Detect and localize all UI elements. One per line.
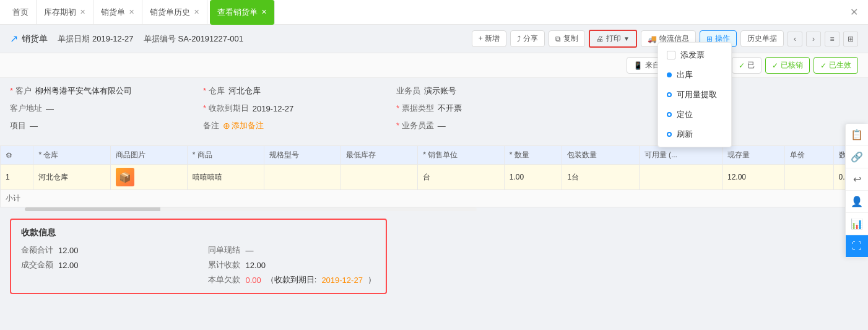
- total-value: 12.00: [58, 246, 79, 255]
- col-settings[interactable]: ⚙: [1, 146, 33, 165]
- col-unit-price: 单价: [785, 146, 833, 165]
- cell-index: 1: [1, 165, 33, 190]
- view-list[interactable]: ≡: [825, 32, 840, 46]
- dot-empty-2-icon: [667, 112, 672, 117]
- tab-sales-order[interactable]: 销货单 ✕: [93, 0, 142, 25]
- view-grid[interactable]: ⊞: [843, 32, 858, 46]
- cell-quantity: 1.00: [504, 165, 562, 190]
- prev-record[interactable]: ‹: [788, 32, 802, 46]
- col-product: * 商品: [187, 146, 264, 165]
- new-button[interactable]: + 新增: [472, 30, 506, 47]
- project-field: 项目 —: [10, 120, 183, 131]
- close-button[interactable]: ✕: [845, 6, 863, 18]
- col-product-img: 商品图片: [110, 146, 187, 165]
- side-icon-chart[interactable]: 📊: [846, 213, 868, 235]
- payment-arrears: [21, 274, 188, 285]
- subtotal-row: 小计: [1, 190, 868, 207]
- dot-empty-3-icon: [667, 132, 672, 137]
- cell-spec: [264, 165, 341, 190]
- verified-icon: ✓: [772, 61, 778, 70]
- cell-product-img: 📦: [110, 165, 187, 190]
- col-stock: 现存量: [723, 146, 785, 165]
- operation-dropdown: 添发票 出库 可用量提取 定位 刷新: [658, 42, 732, 147]
- doc-header: ↗ 销货单 单据日期 2019-12-27 单据编号 SA-20191227-0…: [0, 25, 868, 53]
- tab-home[interactable]: 首页: [5, 0, 37, 25]
- salesperson-value: 演示账号: [424, 85, 456, 97]
- payment-arrears-detail: 本单欠款 0.00 （收款到期日: 2019-12-27 ）: [208, 274, 375, 285]
- tab-close-view[interactable]: ✕: [261, 8, 267, 16]
- project-value: —: [30, 121, 38, 131]
- tab-bar: 首页 库存期初 ✕ 销货单 ✕ 销货单历史 ✕ 查看销货单 ✕ ✕: [0, 0, 868, 25]
- side-icon-back[interactable]: ↩: [846, 168, 868, 191]
- arrears-value: 0.00: [245, 276, 261, 285]
- tab-sales-history[interactable]: 销货单历史 ✕: [142, 0, 207, 25]
- warehouse-value: 河北仓库: [228, 85, 261, 97]
- form-section: * * 客户客户 柳州粤港平安气体有限公司 * 仓库 河北仓库 业务员 演示账号…: [0, 78, 868, 145]
- dropdown-outbound[interactable]: 出库: [658, 65, 731, 85]
- payment-date-value: 2019-12-27: [253, 104, 294, 113]
- logistics-icon: 🚚: [648, 35, 657, 43]
- history-button[interactable]: 历史单据: [740, 30, 784, 47]
- side-icon-link[interactable]: 🔗: [846, 146, 868, 168]
- side-icons: 📋 🔗 ↩ 👤 📊 ⛶: [845, 124, 868, 258]
- address-field: 客户地址 —: [10, 103, 183, 114]
- salesperson2-field: * 业务员孟 —: [396, 120, 520, 131]
- verified-button[interactable]: ✓ 已核销: [765, 57, 810, 74]
- payment-title: 收款信息: [21, 227, 376, 238]
- cell-stock: 12.00: [723, 165, 785, 190]
- doc-type-label: 销货单: [22, 33, 48, 45]
- side-icon-user[interactable]: 👤: [846, 191, 868, 213]
- copy-icon: ⧉: [555, 35, 561, 43]
- payment-total: 金额合计 12.00: [21, 245, 188, 256]
- checkbox-icon: [667, 51, 675, 59]
- warehouse-field: * 仓库 河北仓库: [203, 85, 376, 97]
- col-spec: 规格型号: [264, 146, 341, 165]
- dropdown-locate[interactable]: 定位: [658, 105, 731, 124]
- print-icon: 🖨: [596, 35, 604, 43]
- note-field: 备注 ⊕ 添加备注: [203, 120, 376, 131]
- payment-settlement: 同单现结 —: [208, 245, 375, 256]
- col-pack-qty: 包装数量: [562, 146, 639, 165]
- phone-icon: 📱: [633, 61, 643, 70]
- col-min-stock: 最低库存: [341, 146, 418, 165]
- subtotal-label: 小计: [1, 190, 868, 207]
- dropdown-available-qty[interactable]: 可用量提取: [658, 85, 731, 105]
- settlement-value: —: [245, 246, 253, 255]
- tab-close-history[interactable]: ✕: [194, 8, 199, 16]
- product-table-wrapper: ⚙ * 仓库 商品图片 * 商品 规格型号 最低库存 * 销售单位 * 数量 包…: [0, 145, 868, 207]
- address-value: —: [46, 104, 54, 113]
- ticket-type-field: * 票据类型 不开票: [396, 103, 520, 114]
- customer-value: 柳州粤港平安气体有限公司: [35, 85, 132, 97]
- doc-meta: 单据日期 2019-12-27 单据编号 SA-20191227-001: [58, 33, 243, 45]
- payment-info: 收款信息 金额合计 12.00 同单现结 — 成交金额 12.00 累计收款 1…: [10, 219, 387, 294]
- effective-icon: ✓: [820, 61, 827, 70]
- product-table: ⚙ * 仓库 商品图片 * 商品 规格型号 最低库存 * 销售单位 * 数量 包…: [0, 145, 868, 207]
- doc-number: 单据编号 SA-20191227-001: [144, 33, 244, 45]
- print-button[interactable]: 🖨 打印 ▼: [590, 31, 636, 46]
- next-record[interactable]: ›: [806, 32, 821, 46]
- tab-inventory-init[interactable]: 库存期初 ✕: [37, 0, 93, 25]
- confirmed-button[interactable]: ✓ 已: [732, 57, 762, 74]
- share-button[interactable]: ⤴ 分享: [510, 30, 545, 47]
- copy-button[interactable]: ⧉ 复制: [549, 30, 585, 47]
- side-icon-fullscreen[interactable]: ⛶: [846, 235, 868, 258]
- product-image: 📦: [116, 168, 134, 186]
- print-wrap: 🖨 打印 ▼: [589, 30, 637, 48]
- due-date-value: 2019-12-27: [321, 276, 363, 285]
- tab-view-sales[interactable]: 查看销货单 ✕: [210, 0, 275, 25]
- dropdown-refresh[interactable]: 刷新: [658, 124, 731, 144]
- dropdown-add-invoice[interactable]: 添发票: [658, 45, 731, 65]
- cumulative-value: 12.00: [245, 261, 266, 270]
- salesperson-field: 业务员 演示账号: [396, 85, 520, 97]
- col-sales-unit: * 销售单位: [418, 146, 504, 165]
- add-note-button[interactable]: ⊕ 添加备注: [223, 120, 264, 131]
- plus-icon: ⊕: [223, 121, 230, 131]
- cell-available: [639, 165, 722, 190]
- side-icon-doc[interactable]: 📋: [846, 124, 868, 146]
- cell-pack-qty: 1台: [562, 165, 639, 190]
- payment-cumulative: 累计收款 12.00: [208, 259, 375, 271]
- cell-min-stock: [341, 165, 418, 190]
- tab-close-sales[interactable]: ✕: [129, 8, 134, 16]
- effective-button[interactable]: ✓ 已生效: [814, 57, 858, 74]
- tab-close-inventory[interactable]: ✕: [80, 8, 85, 16]
